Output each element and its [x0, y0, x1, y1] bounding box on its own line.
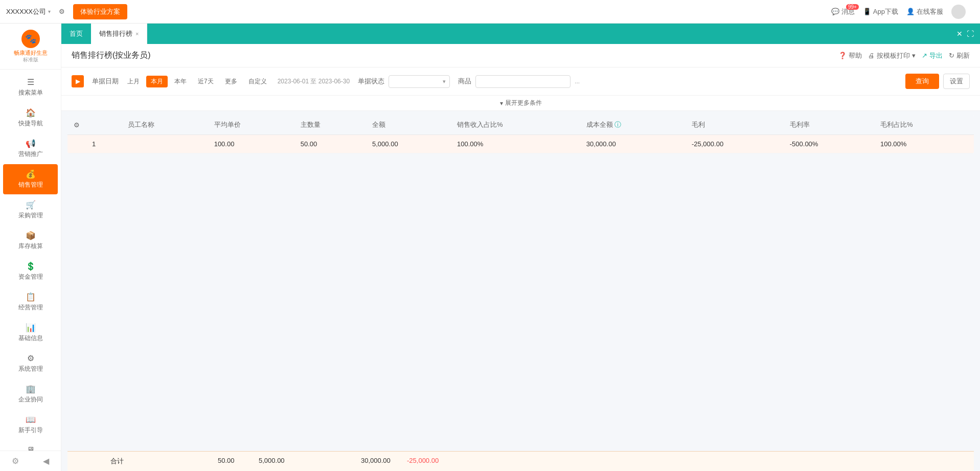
company-name: XXXXXX公司	[6, 7, 46, 16]
row-sales-ratio: 100.00%	[451, 135, 580, 153]
table-header-row: ⚙ 员工名称 平均单价 主数量 全额 销售收入占比% 成本全额 ⓘ 毛利 毛利率…	[67, 115, 974, 135]
filter-area: ▶ 单据日期 上月本月本年近7天更多自定义 2023-06-01 至 2023-…	[61, 68, 980, 96]
sidebar-item-search-order[interactable]: ☰搜索菜单	[3, 72, 58, 102]
message-badge: 99+	[846, 4, 859, 10]
sidebar-item-operation[interactable]: 📋经营管理	[3, 287, 58, 317]
refresh-icon: ↻	[949, 52, 954, 59]
date-tab-自定义[interactable]: 自定义	[244, 76, 271, 87]
finance-icon: 💲	[26, 261, 36, 271]
export-btn[interactable]: ↗ 导出	[922, 51, 943, 60]
help-btn[interactable]: ❓ 帮助	[838, 51, 862, 60]
footer-cells: 合计 50.00 5,000.00 30,000.00 -25,000.00	[74, 457, 968, 466]
footer-label: 合计	[110, 457, 172, 466]
status-select[interactable]	[389, 75, 450, 88]
tab-close-icon[interactable]: ×	[135, 31, 139, 37]
sales-icon: 💰	[26, 169, 36, 179]
message-btn[interactable]: 💬 消息 99+	[831, 7, 855, 16]
avatar[interactable]	[951, 5, 966, 19]
finance-label: 资金管理	[18, 273, 43, 281]
date-tab-本年[interactable]: 本年	[170, 76, 191, 87]
footer-sales-ratio	[305, 457, 361, 466]
goods-more-icon[interactable]: ...	[575, 78, 580, 85]
online-service-btn[interactable]: 👤 在线客服	[906, 7, 943, 16]
quick-nav-label: 快捷导航	[18, 119, 43, 128]
page-header-actions: ❓ 帮助 🖨 按模板打印 ▾ ↗ 导出 ↻ 刷新	[838, 51, 970, 60]
tab-bar: 首页 销售排行榜 × ✕ ⛶	[61, 24, 980, 44]
sidebar-item-system[interactable]: ⚙系统管理	[3, 348, 58, 378]
sidebar-item-guide[interactable]: 📖新手引导	[3, 410, 58, 440]
refresh-btn[interactable]: ↻ 刷新	[949, 51, 970, 60]
print-btn[interactable]: 🖨 按模板打印 ▾	[868, 51, 916, 60]
date-tab-更多[interactable]: 更多	[220, 76, 242, 87]
footer-quantity: 50.00	[218, 457, 259, 466]
inventory-label: 库存核算	[18, 242, 43, 251]
col-employee: 员工名称	[122, 115, 208, 135]
expand-arrow[interactable]: ▶	[72, 75, 84, 87]
settings-filter-btn[interactable]: 设置	[943, 74, 970, 89]
date-label: 单据日期	[92, 77, 119, 86]
sidebar-collapse-icon[interactable]: ◀	[43, 456, 49, 466]
tab-maximize-icon[interactable]: ⛶	[967, 30, 974, 38]
settings-icon-btn[interactable]: ⚙	[55, 5, 69, 19]
tab-home[interactable]: 首页	[61, 24, 91, 44]
logo-text: 畅康通好生意 标准版	[14, 49, 48, 63]
top-bar: XXXXXX公司 ▾ ⚙ 体验行业方案 💬 消息 99+ 📱 App下载 👤 在…	[0, 0, 980, 24]
main-layout: 🐾 畅康通好生意 标准版 ☰搜索菜单🏠快捷导航📢营销推广💰销售管理🛒采购管理📦库…	[0, 24, 980, 471]
operation-icon: 📋	[26, 292, 36, 302]
chevron-down-icon: ▾	[48, 9, 51, 14]
app-icon: 📱	[863, 8, 871, 15]
app-download-btn[interactable]: 📱 App下载	[863, 7, 898, 16]
company-selector[interactable]: XXXXXX公司 ▾	[6, 7, 51, 16]
filter-right: 查询 设置	[905, 74, 970, 89]
goods-filter: 商品 ...	[458, 75, 580, 88]
sidebar-settings-icon[interactable]: ⚙	[12, 456, 19, 466]
trial-btn[interactable]: 体验行业方案	[73, 4, 127, 19]
col-avg-price: 平均单价	[208, 115, 294, 135]
filter-row: ▶ 单据日期 上月本月本年近7天更多自定义 2023-06-01 至 2023-…	[72, 74, 970, 89]
expand-row[interactable]: ▾ 展开更多条件	[61, 96, 980, 111]
sidebar-item-sales[interactable]: 💰销售管理	[3, 164, 58, 194]
row-rank: 1	[86, 135, 122, 153]
footer-gross-ratio	[499, 457, 545, 466]
sidebar-item-enterprise[interactable]: 🏢企业协同	[3, 379, 58, 409]
sidebar: 🐾 畅康通好生意 标准版 ☰搜索菜单🏠快捷导航📢营销推广💰销售管理🛒采购管理📦库…	[0, 24, 61, 471]
table-footer: 合计 50.00 5,000.00 30,000.00 -25,000.00	[67, 451, 974, 471]
sidebar-bottom: ⚙ ◀	[0, 451, 61, 471]
row-gross-ratio: 100.00%	[874, 135, 974, 153]
marketing-label: 营销推广	[18, 150, 43, 159]
sidebar-item-inventory[interactable]: 📦库存核算	[3, 226, 58, 256]
sidebar-item-basic[interactable]: 📊基础信息	[3, 318, 58, 348]
tab-close-window-icon[interactable]: ✕	[956, 30, 963, 38]
sidebar-item-marketing[interactable]: 📢营销推广	[3, 133, 58, 164]
content-area: 首页 销售排行榜 × ✕ ⛶ 销售排行榜(按业务员) ❓ 帮助	[61, 24, 980, 471]
sidebar-nav: ☰搜索菜单🏠快捷导航📢营销推广💰销售管理🛒采购管理📦库存核算💲资金管理📋经营管理…	[0, 70, 61, 451]
status-filter: 单据状态	[358, 75, 450, 88]
system-label: 系统管理	[18, 365, 43, 373]
page-content: 销售排行榜(按业务员) ❓ 帮助 🖨 按模板打印 ▾ ↗ 导出	[61, 44, 980, 471]
col-gross: 毛利	[686, 115, 784, 135]
col-cost: 成本全额 ⓘ	[580, 115, 686, 135]
date-tab-近7天[interactable]: 近7天	[193, 76, 218, 87]
sidebar-item-app-center[interactable]: 🖥应用中心	[3, 440, 58, 451]
tab-sales-ranking[interactable]: 销售排行榜 ×	[91, 24, 147, 44]
date-tab-本月[interactable]: 本月	[146, 76, 168, 87]
sidebar-item-quick-nav[interactable]: 🏠快捷导航	[3, 103, 58, 133]
row-cost: 30,000.00	[580, 135, 686, 153]
sidebar-item-purchase[interactable]: 🛒采购管理	[3, 195, 58, 225]
query-btn[interactable]: 查询	[905, 74, 939, 89]
app-label: App下载	[873, 7, 898, 16]
basic-label: 基础信息	[18, 334, 43, 343]
date-tab-上月[interactable]: 上月	[123, 76, 144, 87]
enterprise-icon: 🏢	[26, 384, 36, 394]
expand-label: 展开更多条件	[505, 99, 542, 107]
inventory-icon: 📦	[26, 231, 36, 240]
goods-input[interactable]	[475, 75, 571, 88]
row-settings-icon	[67, 135, 86, 153]
sidebar-item-finance[interactable]: 💲资金管理	[3, 256, 58, 286]
help-icon: ❓	[838, 52, 847, 59]
col-settings[interactable]: ⚙	[67, 115, 86, 135]
export-icon: ↗	[922, 52, 927, 59]
row-gross-rate: -500.00%	[784, 135, 874, 153]
quick-nav-icon: 🏠	[26, 108, 36, 118]
row-gross: -25,000.00	[686, 135, 784, 153]
